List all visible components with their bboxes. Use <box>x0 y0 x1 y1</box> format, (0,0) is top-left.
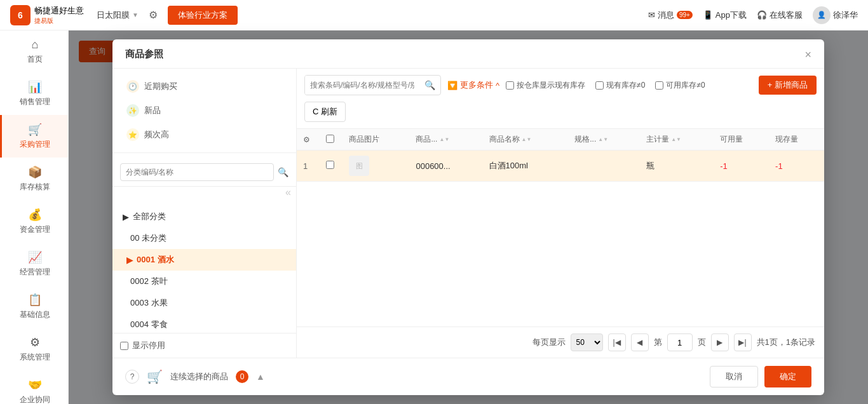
sidebar-item-home[interactable]: ⌂ 首页 <box>0 30 68 72</box>
filter-check3[interactable]: 可用库存≠0 <box>655 80 705 91</box>
filter-more-btn[interactable]: 🔽 更多条件 ^ <box>447 79 499 91</box>
td-spec <box>568 151 640 182</box>
th-image: 商品图片 <box>342 129 409 151</box>
cat-item-0004[interactable]: 0004 零食 <box>112 314 296 333</box>
sidebar-item-sales[interactable]: 📊 销售管理 <box>0 72 68 115</box>
freq-icon: ⭐ <box>126 128 139 141</box>
sort-icon: ▲▼ <box>598 137 608 142</box>
filter-check2[interactable]: 现有库存≠0 <box>595 80 645 91</box>
th-name[interactable]: 商品名称▲▼ <box>483 129 569 151</box>
td-name: 白酒100ml <box>483 151 569 182</box>
sales-icon: 📊 <box>28 80 42 94</box>
app-logo: 6 畅捷通好生意 捷易版 <box>10 5 84 25</box>
refresh-btn[interactable]: C 刷新 <box>304 102 346 122</box>
product-image: 图 <box>349 156 369 176</box>
select-all-checkbox[interactable] <box>326 135 334 143</box>
settings-icon[interactable]: ⚙ <box>149 9 158 21</box>
sidebar-item-finance[interactable]: 💰 资金管理 <box>0 200 68 243</box>
cat-item-0003[interactable]: 0003 水果 <box>112 292 296 314</box>
category-search-input[interactable] <box>120 163 274 181</box>
th-available: 可用量 <box>714 129 769 151</box>
sort-icon: ▲▼ <box>522 137 532 142</box>
message-btn[interactable]: ✉ 消息 99+ <box>648 10 693 21</box>
page-input[interactable] <box>667 333 693 351</box>
message-icon: ✉ <box>648 10 655 20</box>
filter-check3-input[interactable] <box>655 81 663 90</box>
page-next-btn[interactable]: ▶ <box>711 333 729 351</box>
logo-text: 畅捷通好生意 捷易版 <box>34 5 84 25</box>
th-spec[interactable]: 规格...▲▼ <box>568 129 640 151</box>
cat-arrow-active-icon: ▶ <box>126 255 133 265</box>
quick-tab-recent[interactable]: 🕐 近期购买 <box>120 75 288 98</box>
product-search-input[interactable] <box>305 76 419 95</box>
cancel-btn[interactable]: 取消 <box>710 366 758 387</box>
sidebar-item-system[interactable]: ⚙ 系统管理 <box>0 328 68 370</box>
cat-item-00[interactable]: 00 未分类 <box>112 227 296 249</box>
inventory-icon: 📦 <box>28 165 42 179</box>
modal-title: 商品参照 <box>125 48 163 60</box>
recent-icon: 🕐 <box>126 80 139 93</box>
sidebar-item-basic-info[interactable]: 📋 基础信息 <box>0 285 68 328</box>
finance-icon: 💰 <box>28 208 42 222</box>
modal-right-panel: 🔍 🔽 更多条件 ^ 按仓库显示现有库存 <box>297 69 824 358</box>
table-row[interactable]: 1 图 000600... 白酒100ml 瓶 <box>297 151 824 182</box>
phone-icon: 📱 <box>703 10 713 20</box>
modal-body: 🕐 近期购买 ✨ 新品 ⭐ 频次高 <box>112 69 824 358</box>
confirm-btn[interactable]: 确定 <box>764 366 811 387</box>
filter-checkboxes: 按仓库显示现有库存 现有库存≠0 可用库存≠0 <box>506 80 705 91</box>
experience-btn[interactable]: 体验行业方案 <box>168 6 238 25</box>
td-available: -1 <box>714 151 769 182</box>
show-disabled-input[interactable] <box>120 342 128 350</box>
sidebar-item-purchase[interactable]: 🛒 采购管理 <box>0 115 68 158</box>
sidebar-item-enterprise[interactable]: 🤝 企业协同 <box>0 370 68 404</box>
page-size-select[interactable]: 50 10 20 100 <box>571 333 603 351</box>
page-first-btn[interactable]: |◀ <box>608 333 626 351</box>
category-search-icon[interactable]: 🔍 <box>278 167 288 177</box>
cat-item-all[interactable]: ▶ 全部分类 <box>112 206 296 227</box>
product-reference-modal: 商品参照 × 🕐 近期购买 ✨ <box>112 39 824 395</box>
product-table-wrap: ⚙ 商品图片 商品...▲▼ 商品名称▲▼ <box>297 129 824 327</box>
sidebar-item-operations[interactable]: 📈 经营管理 <box>0 243 68 285</box>
quick-tabs: 🕐 近期购买 ✨ 新品 ⭐ 频次高 <box>112 69 296 147</box>
help-btn[interactable]: ? <box>125 370 139 384</box>
product-search-btn[interactable]: 🔍 <box>419 80 440 90</box>
modal-footer-left: 显示停用 <box>112 333 296 358</box>
chevron-down-icon: ▼ <box>132 11 139 18</box>
message-badge: 99+ <box>677 11 693 19</box>
user-menu[interactable]: 👤 徐泽华 <box>813 6 858 24</box>
filter-check1-input[interactable] <box>506 81 514 90</box>
store-selector[interactable]: 日太阳膜 ▼ <box>97 10 139 21</box>
row-checkbox[interactable] <box>326 161 334 169</box>
collapse-panel-btn[interactable]: « <box>285 187 291 198</box>
home-icon: ⌂ <box>32 38 39 51</box>
collapse-footer-btn[interactable]: ▲ <box>256 372 265 382</box>
filter-check2-input[interactable] <box>595 81 604 90</box>
content-area: 查询 设置 刷新 商品参照 × <box>69 30 868 404</box>
page-prev-btn[interactable]: ◀ <box>631 333 649 351</box>
cat-item-0002[interactable]: 0002 茶叶 <box>112 271 296 292</box>
online-service-btn[interactable]: 🎧 在线客服 <box>757 10 803 21</box>
page-last-btn[interactable]: ▶| <box>734 333 752 351</box>
show-disabled-checkbox[interactable]: 显示停用 <box>120 340 165 351</box>
modal-close-btn[interactable]: × <box>804 49 811 60</box>
app-download-btn[interactable]: 📱 App下载 <box>703 10 747 21</box>
add-product-btn[interactable]: + 新增商品 <box>759 76 817 95</box>
td-checkbox <box>320 151 342 182</box>
th-code[interactable]: 商品...▲▼ <box>409 129 482 151</box>
modal-footer: ? 🛒 连续选择的商品 0 ▲ 取消 确定 <box>112 358 824 395</box>
navbar-right: ✉ 消息 99+ 📱 App下载 🎧 在线客服 👤 徐泽华 <box>648 6 858 24</box>
enterprise-icon: 🤝 <box>28 378 42 392</box>
quick-tab-freq[interactable]: ⭐ 频次高 <box>120 123 288 146</box>
category-tree: ▶ 全部分类 00 未分类 ▶ 0001 酒水 0002 茶 <box>112 201 296 333</box>
main-layout: ⌂ 首页 📊 销售管理 🛒 采购管理 📦 库存核算 💰 资金管理 📈 经营管理 … <box>0 30 868 404</box>
filter-check1[interactable]: 按仓库显示现有库存 <box>506 80 585 91</box>
quick-tab-new[interactable]: ✨ 新品 <box>120 99 288 122</box>
navbar: 6 畅捷通好生意 捷易版 日太阳膜 ▼ ⚙ 体验行业方案 ✉ 消息 99+ 📱 … <box>0 0 868 30</box>
th-unit[interactable]: 主计量▲▼ <box>640 129 714 151</box>
sidebar-item-inventory[interactable]: 📦 库存核算 <box>0 158 68 200</box>
pagination-row: 每页显示 50 10 20 100 |◀ ◀ 第 页 <box>297 327 824 358</box>
cart-icon: 🛒 <box>147 369 163 384</box>
cat-item-0001[interactable]: ▶ 0001 酒水 <box>112 249 296 271</box>
product-table: ⚙ 商品图片 商品...▲▼ 商品名称▲▼ <box>297 129 824 182</box>
th-settings[interactable]: ⚙ <box>297 129 320 151</box>
